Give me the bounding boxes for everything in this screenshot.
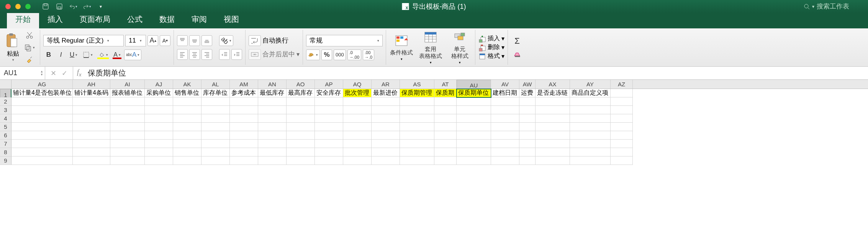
cell[interactable] xyxy=(519,106,536,114)
cell[interactable] xyxy=(110,131,145,140)
cell[interactable] xyxy=(201,131,230,140)
cell[interactable] xyxy=(372,97,400,106)
cell[interactable] xyxy=(400,148,434,156)
cell[interactable] xyxy=(372,156,400,165)
cell[interactable] xyxy=(315,148,343,156)
cell[interactable] xyxy=(258,114,287,123)
autosum-icon[interactable]: Σ xyxy=(511,36,523,46)
cell[interactable] xyxy=(343,123,372,131)
column-header-AG[interactable]: AG xyxy=(11,80,73,89)
cell[interactable] xyxy=(536,123,570,131)
cell[interactable] xyxy=(372,131,400,140)
cell[interactable] xyxy=(230,97,258,106)
cell[interactable] xyxy=(201,97,230,106)
percent-icon[interactable]: % xyxy=(321,49,332,60)
font-color-icon[interactable]: A▾ xyxy=(111,49,123,60)
name-box[interactable]: AU1 ▲▼ xyxy=(0,67,45,79)
copy-icon[interactable]: ▾ xyxy=(22,42,37,53)
cell[interactable]: 是否走冻链 xyxy=(536,89,570,97)
column-header-AL[interactable]: AL xyxy=(201,80,230,89)
cell-styles-button[interactable]: 单元 格样式▾ xyxy=(447,30,472,64)
cell[interactable] xyxy=(570,140,611,148)
cell[interactable] xyxy=(519,97,536,106)
cell[interactable] xyxy=(145,123,173,131)
row-header[interactable]: 3 xyxy=(0,106,11,114)
tab-review[interactable]: 审阅 xyxy=(183,11,215,28)
cell[interactable] xyxy=(434,131,457,140)
cell[interactable] xyxy=(372,114,400,123)
align-right-icon[interactable] xyxy=(201,49,212,60)
align-top-icon[interactable] xyxy=(177,35,188,46)
select-all-corner[interactable] xyxy=(0,80,11,89)
bold-icon[interactable]: B xyxy=(43,49,54,60)
format-as-table-button[interactable]: 套用 表格格式▾ xyxy=(418,30,443,64)
cell[interactable] xyxy=(201,106,230,114)
column-header-AQ[interactable]: AQ xyxy=(343,80,372,89)
cell[interactable] xyxy=(400,156,434,165)
cell[interactable] xyxy=(230,114,258,123)
cell[interactable] xyxy=(611,123,633,131)
column-header-AI[interactable]: AI xyxy=(110,80,145,89)
cell[interactable] xyxy=(611,148,633,156)
cell[interactable] xyxy=(11,97,73,106)
increase-font-icon[interactable]: A▴ xyxy=(147,35,158,46)
cell[interactable] xyxy=(457,148,491,156)
cell[interactable]: 辅计量4条码 xyxy=(73,89,110,97)
row-header[interactable]: 4 xyxy=(0,114,11,123)
cell[interactable] xyxy=(315,123,343,131)
paste-button[interactable]: 粘贴 ▾ xyxy=(5,33,21,62)
cell[interactable] xyxy=(400,106,434,114)
cell[interactable]: 最新进价 xyxy=(372,89,400,97)
cell[interactable] xyxy=(11,114,73,123)
cell[interactable] xyxy=(230,131,258,140)
cell[interactable] xyxy=(73,140,110,148)
search-box[interactable]: ▾ xyxy=(804,3,863,10)
cell[interactable] xyxy=(491,97,519,106)
cell[interactable] xyxy=(73,156,110,165)
cell[interactable] xyxy=(315,140,343,148)
cell[interactable]: 保质期单位 xyxy=(457,89,491,97)
cell[interactable] xyxy=(536,97,570,106)
clear-icon[interactable] xyxy=(511,49,523,59)
tab-home[interactable]: 开始 xyxy=(7,11,39,28)
font-name-select[interactable]: 等线 Regular (正文)▾ xyxy=(43,35,124,46)
decrease-indent-icon[interactable] xyxy=(219,49,230,60)
underline-icon[interactable]: U▾ xyxy=(68,49,79,60)
cell[interactable] xyxy=(258,140,287,148)
cell[interactable] xyxy=(519,156,536,165)
save-icon[interactable] xyxy=(55,2,64,11)
cell[interactable] xyxy=(201,123,230,131)
cell[interactable] xyxy=(570,97,611,106)
cell[interactable] xyxy=(434,123,457,131)
cell[interactable]: 商品自定义项 xyxy=(570,89,611,97)
cell[interactable] xyxy=(287,123,315,131)
cell[interactable] xyxy=(343,131,372,140)
cell[interactable] xyxy=(173,140,201,148)
cell[interactable] xyxy=(400,131,434,140)
cell[interactable] xyxy=(315,106,343,114)
column-header-AS[interactable]: AS xyxy=(400,80,434,89)
cell[interactable] xyxy=(287,106,315,114)
column-header-AP[interactable]: AP xyxy=(315,80,343,89)
cell[interactable] xyxy=(287,156,315,165)
cell[interactable] xyxy=(145,148,173,156)
cell[interactable] xyxy=(536,140,570,148)
cell[interactable] xyxy=(400,97,434,106)
cell[interactable] xyxy=(110,97,145,106)
cell[interactable] xyxy=(570,114,611,123)
cell[interactable] xyxy=(536,156,570,165)
column-header-AO[interactable]: AO xyxy=(287,80,315,89)
cell[interactable] xyxy=(457,156,491,165)
cell[interactable] xyxy=(491,156,519,165)
cell[interactable] xyxy=(491,114,519,123)
column-header-AT[interactable]: AT xyxy=(434,80,457,89)
zoom-window-icon[interactable] xyxy=(25,4,31,9)
cell[interactable] xyxy=(201,140,230,148)
column-header-AJ[interactable]: AJ xyxy=(145,80,173,89)
minimize-window-icon[interactable] xyxy=(15,4,21,9)
cell[interactable] xyxy=(73,131,110,140)
cell[interactable] xyxy=(173,148,201,156)
cell[interactable] xyxy=(230,148,258,156)
cell[interactable] xyxy=(519,131,536,140)
cell[interactable] xyxy=(536,148,570,156)
